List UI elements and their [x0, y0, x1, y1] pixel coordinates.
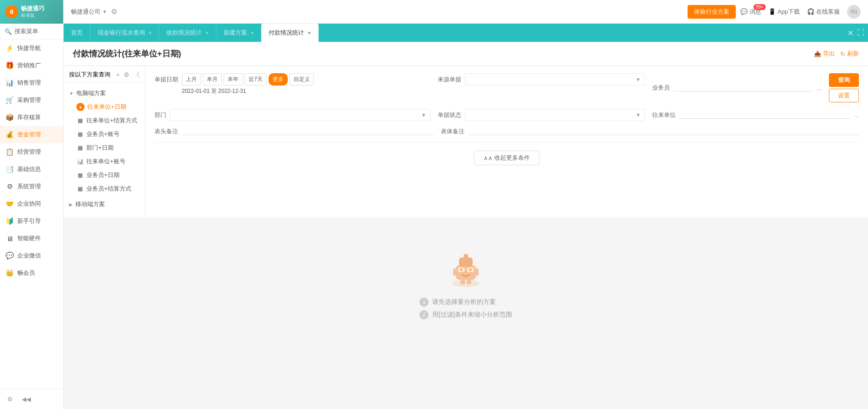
group-arrow-icon: ▼: [69, 91, 74, 96]
sidebar-item-system[interactable]: ⚙ 系统管理: [0, 178, 63, 195]
sidebar-item-capital[interactable]: 💰 资金管理: [0, 126, 63, 143]
avatar-text: Rit: [851, 9, 858, 15]
industry-btn[interactable]: 体验行业方案: [688, 5, 736, 19]
date-btn-custom[interactable]: 自定义: [289, 73, 314, 86]
tab-payments[interactable]: 付款情况统计 ×: [261, 24, 318, 42]
sidebar-item-label: 企业协同: [17, 200, 41, 208]
online-service-btn[interactable]: 🎧 在线客服: [807, 8, 840, 16]
tab-home[interactable]: 首页: [64, 24, 90, 42]
sidebar-item-operations[interactable]: 📋 经营管理: [0, 143, 63, 161]
tab-receipts-close[interactable]: ×: [205, 30, 208, 35]
salesman-more-btn[interactable]: ...: [817, 85, 822, 91]
tab-payments-label: 付款情况统计: [269, 29, 304, 37]
partner-input[interactable]: [679, 111, 851, 118]
scheme-collapse-btn[interactable]: 《: [133, 71, 140, 79]
tab-cashflow-close[interactable]: ×: [149, 30, 151, 35]
hardware-icon: 🖥: [5, 234, 14, 242]
sidebar-item-hardware[interactable]: 🖥 智能硬件: [0, 230, 63, 247]
scheme-item-icon: ▦: [76, 185, 84, 192]
body-note-field: 表体备注: [441, 127, 859, 136]
partner-label: 往来单位: [652, 111, 676, 119]
scheme-item-salesman-date[interactable]: ▦ 业务员+日期: [64, 168, 145, 182]
body-note-input[interactable]: [468, 128, 859, 135]
enterprise-icon: 🤝: [5, 200, 14, 208]
date-btn-more[interactable]: 更多: [269, 73, 288, 86]
sidebar-item-inventory[interactable]: 📦 库存核算: [0, 109, 63, 126]
date-btn-last-month[interactable]: 上月: [182, 73, 201, 86]
sidebar-item-sales[interactable]: 📊 销售管理: [0, 74, 63, 91]
scheme-item-salesman-settle[interactable]: ▦ 业务员+结算方式: [64, 182, 145, 196]
scheme-group-mobile-header[interactable]: ▶ 移动端方案: [64, 197, 145, 211]
query-btn[interactable]: 查询: [829, 73, 859, 87]
salesman-input[interactable]: [673, 84, 813, 91]
sidebar-item-label: 畅会员: [17, 269, 35, 277]
scheme-item-partner-account[interactable]: 📊 往来单位+账号: [64, 155, 145, 168]
sidebar-item-marketing[interactable]: 🎁 营销推广: [0, 57, 63, 74]
scheme-settings-btn[interactable]: ⚙: [124, 71, 130, 78]
scheme-item-label: 业务员+账号: [86, 130, 120, 138]
date-btn-last-7days[interactable]: 近7天: [244, 73, 267, 86]
sidebar-item-quick-nav[interactable]: ⚡ 快捷导航: [0, 40, 63, 57]
logo-text-group: 畅捷通巧 标准版: [21, 5, 45, 19]
refresh-btn[interactable]: ↻ 刷新: [840, 50, 859, 58]
scheme-item-salesman-account[interactable]: ▦ 业务员+账号: [64, 127, 145, 141]
tab-close-all-btn[interactable]: ✕: [848, 29, 853, 37]
collapse-sidebar-btn[interactable]: ◀◀: [20, 393, 33, 405]
sidebar-item-basic-info[interactable]: 📑 基础信息: [0, 161, 63, 178]
company-dropdown-arrow: ▾: [103, 8, 106, 15]
status-select[interactable]: ▾: [465, 109, 644, 121]
scheme-item-partner-settle[interactable]: ▦ 往来单位+结算方式: [64, 114, 145, 127]
salesman-label: 业务员: [652, 84, 670, 92]
date-btn-this-month[interactable]: 本月: [203, 73, 222, 86]
source-select[interactable]: ▾: [465, 73, 644, 86]
dept-select[interactable]: ▾: [170, 109, 430, 121]
partner-field: 往来单位 ...: [652, 111, 859, 119]
tab-payments-close[interactable]: ×: [308, 30, 310, 35]
scheme-item-label: 部门+日期: [86, 144, 114, 152]
header-note-input[interactable]: [182, 128, 434, 135]
app-download-btn[interactable]: 📱 App下载: [768, 8, 800, 16]
tab-cashflow-label: 现金银行流水查询: [98, 29, 145, 37]
empty-state: 1 请先选择要分析的方案 2 用[过滤]条件来缩小分析范围: [64, 217, 868, 347]
search-menu[interactable]: 🔍 搜索菜单: [0, 24, 63, 40]
tab-new-plan-close[interactable]: ×: [251, 30, 254, 35]
scheme-add-btn[interactable]: +: [116, 71, 120, 78]
date-field: 单据日期 上月 本月 本年 近7天 更多 自定义 2022-01-01 至 20…: [155, 73, 430, 95]
sidebar-item-label: 采购管理: [17, 96, 41, 104]
settings-btn[interactable]: 设置: [829, 89, 859, 102]
company-selector[interactable]: 畅捷通公司 ▾: [71, 8, 106, 16]
scheme-item-label: 往来单位+结算方式: [86, 116, 137, 125]
marketing-icon: 🎁: [5, 61, 14, 70]
tab-new-plan[interactable]: 新建方案 ×: [216, 24, 261, 42]
settings-bottom-btn[interactable]: ⚙: [4, 393, 16, 405]
scheme-group-mobile-label: 移动端方案: [75, 200, 105, 208]
scheme-panel-title: 按以下方案查询: [69, 71, 110, 79]
sidebar-item-wechat[interactable]: 💬 企业微信: [0, 247, 63, 264]
page-header: 付款情况统计(往来单位+日期) 📤 导出 ↻ 刷新: [64, 42, 868, 66]
topbar-settings-icon[interactable]: ⚙: [111, 7, 117, 16]
sidebar-item-purchase[interactable]: 🛒 采购管理: [0, 91, 63, 109]
date-range-display: 2022-01-01 至 2022-12-31: [182, 87, 314, 95]
sidebar-item-member[interactable]: 👑 畅会员: [0, 264, 63, 282]
export-btn[interactable]: 📤 导出: [814, 50, 835, 58]
scheme-item-label: 往来单位+日期: [87, 103, 126, 111]
sidebar-item-enterprise[interactable]: 🤝 企业协同: [0, 195, 63, 212]
sidebar-item-label: 基础信息: [17, 165, 41, 173]
scheme-item-dept-date[interactable]: ▦ 部门+日期: [64, 141, 145, 155]
scheme-item-label: 业务员+日期: [86, 171, 120, 179]
collapse-more-btn[interactable]: ∧∧ 收起更多条件: [474, 151, 539, 165]
sidebar-item-guide[interactable]: 🔰 新手引导: [0, 212, 63, 230]
tab-expand-btn[interactable]: ⛶: [857, 29, 864, 37]
message-btn[interactable]: 💬 消息 99+: [740, 8, 761, 16]
scheme-group-desktop-header[interactable]: ▼ 电脑端方案: [64, 86, 145, 100]
export-icon: 📤: [814, 50, 821, 57]
partner-input-wrapper: [679, 111, 851, 119]
inventory-icon: 📦: [5, 113, 14, 121]
user-avatar[interactable]: Rit: [847, 5, 861, 19]
partner-more-btn[interactable]: ...: [854, 111, 859, 118]
salesman-field: 业务员 ... 查询 设置: [652, 73, 859, 102]
scheme-item-partner-date[interactable]: ● 往来单位+日期: [64, 100, 145, 114]
tab-receipts[interactable]: 收款情况统计 ×: [159, 24, 216, 42]
tab-cashflow[interactable]: 现金银行流水查询 ×: [90, 24, 159, 42]
date-btn-this-year[interactable]: 本年: [224, 73, 243, 86]
